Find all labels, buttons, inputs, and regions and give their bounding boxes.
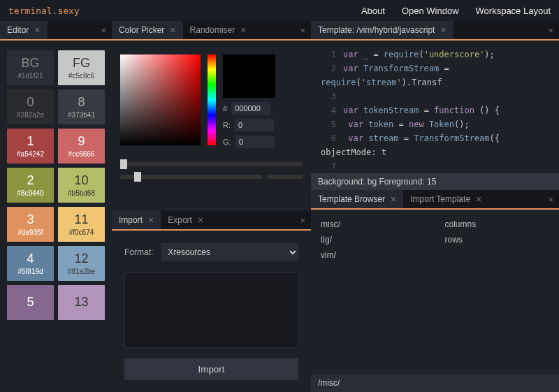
nav-about[interactable]: About [361, 6, 385, 16]
tab-editor[interactable]: Editor × [0, 21, 48, 39]
tab-export[interactable]: Export × [161, 211, 210, 229]
code-line: 3 [321, 89, 549, 103]
swatch-2[interactable]: 2#8c9440 [7, 168, 54, 203]
tab-label: Color Picker [119, 25, 164, 35]
swatch-3[interactable]: 3#de935f [7, 207, 54, 242]
close-icon[interactable]: × [170, 24, 175, 36]
swatch-0[interactable]: 0#282a2e [7, 89, 54, 124]
tab-label: Import [119, 215, 143, 225]
tab-color-picker[interactable]: Color Picker × [112, 21, 183, 39]
swatch-10[interactable]: 10#b5bd68 [58, 168, 105, 203]
close-icon[interactable]: × [34, 24, 40, 36]
tab-import[interactable]: Import × [112, 211, 161, 229]
saturation-field[interactable] [120, 55, 201, 145]
tab-label: Export [168, 215, 192, 225]
close-icon[interactable]: × [198, 215, 203, 226]
code-line: 7 [321, 159, 549, 173]
swatch-1[interactable]: 1#a54242 [7, 129, 54, 164]
format-select[interactable]: Xresources [161, 243, 298, 261]
hex-input[interactable] [231, 102, 270, 115]
swatch-11[interactable]: 11#f0c674 [58, 207, 105, 242]
g-input[interactable] [235, 136, 275, 148]
close-icon[interactable]: × [440, 24, 446, 36]
path-bar: /misc/ [311, 374, 559, 392]
close-icon[interactable]: × [300, 25, 305, 36]
close-icon[interactable]: × [101, 25, 106, 36]
r-label: R: [223, 121, 231, 129]
tab-editor-label: Editor [7, 25, 29, 35]
code-line: 4var tokenStream = function () { [321, 103, 549, 117]
r-input[interactable] [235, 119, 274, 131]
swatch-5[interactable]: 5 [7, 285, 54, 320]
tab-label: Template Browser [318, 194, 385, 204]
slider[interactable] [268, 175, 303, 179]
code-line: 6 var stream = TransformStream({ objectM… [321, 131, 549, 159]
tab-label: Import Template [410, 194, 470, 204]
tab-label: Randomiser [190, 25, 235, 35]
tab-import-template[interactable]: Import Template × [403, 190, 488, 208]
swatch-12[interactable]: 12#81a2be [58, 246, 105, 281]
swatch-FG[interactable]: FG#c5c8c6 [58, 50, 105, 85]
close-icon[interactable]: × [476, 194, 481, 205]
swatch-8[interactable]: 8#373b41 [58, 89, 105, 124]
tab-randomiser[interactable]: Randomiser × [183, 21, 254, 39]
tab-template[interactable]: Template: /vim/hybrid/javascript × [311, 21, 453, 39]
tab-template-browser[interactable]: Template Browser × [311, 190, 403, 208]
swatch-9[interactable]: 9#cc6666 [58, 129, 105, 164]
browser-item[interactable]: misc/ [321, 217, 426, 232]
close-icon[interactable]: × [148, 215, 154, 226]
nav-open-window[interactable]: Open Window [402, 6, 459, 16]
browser-item[interactable]: columns [445, 217, 550, 232]
close-icon[interactable]: × [240, 24, 246, 36]
slider[interactable] [120, 175, 262, 179]
tab-label: Template: /vim/hybrid/javascript [318, 25, 435, 35]
g-label: G: [223, 138, 231, 146]
nav-workspace-layout[interactable]: Workspace Layout [476, 6, 551, 16]
hex-label: # [223, 104, 227, 112]
code-line: 2var TransformStream = require('stream')… [321, 61, 549, 89]
swatch-BG[interactable]: BG#1d1f21 [7, 50, 54, 85]
color-preview [223, 55, 275, 98]
import-textarea[interactable] [124, 273, 298, 348]
swatch-13[interactable]: 13 [58, 285, 105, 320]
code-line: 5 var token = new Token(); [321, 117, 549, 131]
close-icon[interactable]: × [548, 25, 553, 36]
status-bar: Background: bg Foreground: 15 [311, 173, 559, 190]
slider[interactable] [120, 162, 303, 166]
close-icon[interactable]: × [391, 194, 396, 205]
close-icon[interactable]: × [300, 215, 305, 226]
import-button[interactable]: Import [124, 358, 298, 380]
code-line: 1var _ = require('underscore'); [321, 48, 549, 61]
swatch-4[interactable]: 4#5f819d [7, 246, 54, 281]
browser-item[interactable]: tig/ [321, 232, 426, 247]
browser-item[interactable]: rows [445, 232, 550, 247]
brand: terminal.sexy [8, 6, 80, 16]
hue-slider[interactable] [208, 55, 216, 145]
browser-item[interactable]: vim/ [321, 247, 426, 263]
format-label: Format: [124, 247, 153, 257]
close-icon[interactable]: × [548, 194, 553, 205]
